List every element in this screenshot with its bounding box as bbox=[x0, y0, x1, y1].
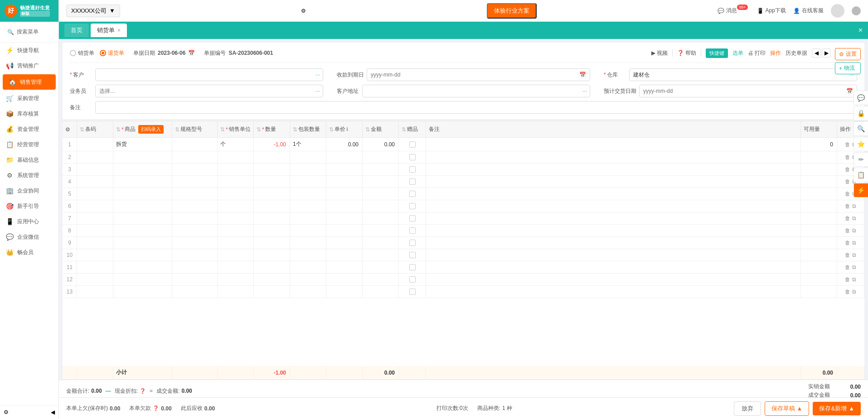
gift-checkbox[interactable] bbox=[409, 154, 416, 160]
sidebar-item-wechat[interactable]: 💬 企业微信 bbox=[0, 229, 58, 245]
float-btn-2[interactable]: 🔒 bbox=[853, 106, 868, 120]
td-barcode-6[interactable] bbox=[77, 212, 113, 224]
td-gift-0[interactable] bbox=[399, 138, 426, 151]
delete-icon[interactable]: 🗑 bbox=[845, 289, 850, 295]
sidebar-item-apps[interactable]: 📱 应用中心 bbox=[0, 214, 58, 229]
td-remark-7[interactable] bbox=[426, 225, 801, 236]
setup-btn[interactable]: ⚙ 设置 bbox=[835, 48, 861, 60]
barcode-input[interactable] bbox=[80, 166, 110, 173]
quick-key-btn[interactable]: 快捷键 bbox=[706, 48, 728, 58]
td-gift-12[interactable] bbox=[399, 286, 426, 298]
td-qty-9[interactable] bbox=[254, 249, 290, 261]
scan-btn[interactable]: 扫码录入 bbox=[138, 125, 164, 134]
float-btn-3[interactable]: 🔍 bbox=[853, 121, 868, 136]
sidebar-item-quick-nav[interactable]: ⚡ 快捷导航 bbox=[0, 43, 58, 58]
delete-icon[interactable]: 🗑 bbox=[845, 215, 850, 222]
td-barcode-2[interactable] bbox=[77, 164, 113, 175]
gear-settings-icon[interactable]: ⚙ bbox=[301, 8, 306, 14]
td-remark-12[interactable] bbox=[426, 286, 801, 298]
customer-addr-input-group[interactable]: ··· bbox=[362, 85, 590, 97]
copy-icon[interactable]: ⧉ bbox=[852, 264, 856, 270]
search-menu-item[interactable]: 🔍 搜索菜单 bbox=[4, 25, 55, 39]
barcode-input[interactable] bbox=[80, 276, 110, 283]
expected-date-input[interactable] bbox=[643, 88, 844, 94]
float-btn-7[interactable]: ⚡ bbox=[853, 183, 868, 197]
delete-icon[interactable]: 🗑 bbox=[845, 264, 850, 270]
td-qty-3[interactable] bbox=[254, 176, 290, 188]
collapse-icon[interactable]: ◀ bbox=[51, 409, 55, 415]
gift-checkbox[interactable] bbox=[409, 166, 416, 173]
td-spec-9[interactable] bbox=[172, 249, 218, 261]
td-product-1[interactable] bbox=[113, 151, 172, 163]
tab-close-icon[interactable]: × bbox=[117, 27, 121, 34]
td-product-12[interactable] bbox=[113, 286, 172, 298]
td-spec-10[interactable] bbox=[172, 261, 218, 273]
td-barcode-11[interactable] bbox=[77, 274, 113, 285]
copy-icon[interactable]: ⧉ bbox=[852, 227, 856, 234]
delete-icon[interactable]: 🗑 bbox=[845, 203, 850, 209]
balance-single-icon[interactable]: ❓ bbox=[153, 405, 159, 411]
sidebar-item-guide[interactable]: 🎯 新手引导 bbox=[0, 198, 58, 214]
td-remark-6[interactable] bbox=[426, 212, 801, 224]
customer-addr-input[interactable] bbox=[366, 88, 586, 94]
save-draft-button[interactable]: 保存草稿 ▲ bbox=[765, 401, 810, 416]
td-barcode-8[interactable] bbox=[77, 237, 113, 249]
td-product-11[interactable] bbox=[113, 274, 172, 285]
warehouse-input-group[interactable]: ··· bbox=[629, 68, 857, 81]
sales-input-group[interactable]: ··· bbox=[95, 85, 323, 97]
td-product-5[interactable] bbox=[113, 200, 172, 212]
gift-checkbox[interactable] bbox=[409, 227, 416, 234]
td-product-4[interactable] bbox=[113, 188, 172, 200]
calendar-icon[interactable]: 📅 bbox=[188, 50, 195, 56]
delete-icon[interactable]: 🗑 bbox=[845, 154, 850, 160]
td-price-2[interactable] bbox=[326, 164, 363, 175]
td-spec-7[interactable] bbox=[172, 225, 218, 236]
choose-btn[interactable]: 选单 bbox=[732, 49, 743, 57]
td-price-9[interactable] bbox=[326, 249, 363, 261]
barcode-input[interactable] bbox=[80, 154, 110, 160]
ops-btn[interactable]: 操作 bbox=[770, 49, 781, 57]
copy-icon[interactable]: ⧉ bbox=[852, 203, 856, 209]
sidebar-item-marketing[interactable]: 📢 营销推广 bbox=[0, 58, 58, 73]
td-gift-3[interactable] bbox=[399, 176, 426, 188]
td-price-6[interactable] bbox=[326, 212, 363, 224]
td-price-1[interactable] bbox=[326, 151, 363, 163]
calendar3-icon[interactable]: 📅 bbox=[846, 88, 853, 94]
td-gift-7[interactable] bbox=[399, 225, 426, 236]
barcode-input[interactable] bbox=[80, 240, 110, 246]
video-btn[interactable]: ▶ 视频 bbox=[651, 49, 668, 57]
td-remark-3[interactable] bbox=[426, 176, 801, 188]
barcode-input[interactable] bbox=[80, 227, 110, 234]
td-spec-1[interactable] bbox=[172, 151, 218, 163]
barcode-input[interactable] bbox=[80, 141, 110, 148]
customer-input[interactable] bbox=[99, 72, 319, 78]
td-barcode-9[interactable] bbox=[77, 249, 113, 261]
gift-checkbox[interactable] bbox=[409, 289, 416, 295]
td-qty-4[interactable] bbox=[254, 188, 290, 200]
barcode-input[interactable] bbox=[80, 191, 110, 197]
addr-dots[interactable]: ··· bbox=[582, 88, 587, 94]
online-service-btn[interactable]: 👤 在线客服 bbox=[793, 7, 824, 14]
help-btn[interactable]: ❓ 帮助 bbox=[677, 49, 696, 57]
td-remark-4[interactable] bbox=[426, 188, 801, 200]
customer-input-group[interactable]: ··· bbox=[95, 68, 323, 81]
customer-dots[interactable]: ··· bbox=[315, 72, 320, 78]
barcode-input[interactable] bbox=[80, 289, 110, 295]
td-barcode-10[interactable] bbox=[77, 261, 113, 273]
td-remark-10[interactable] bbox=[426, 261, 801, 273]
delete-icon[interactable]: 🗑 bbox=[845, 276, 850, 283]
td-gift-6[interactable] bbox=[399, 212, 426, 224]
tab-home[interactable]: 首页 bbox=[64, 24, 89, 37]
copy-icon[interactable]: ⧉ bbox=[852, 252, 856, 258]
copy-icon[interactable]: ⧉ bbox=[852, 240, 856, 246]
settings-icon[interactable]: ⚙ bbox=[4, 409, 9, 415]
delete-icon[interactable]: 🗑 bbox=[845, 191, 850, 197]
td-qty-10[interactable] bbox=[254, 261, 290, 273]
td-spec-4[interactable] bbox=[172, 188, 218, 200]
td-price-11[interactable] bbox=[326, 274, 363, 285]
td-gift-11[interactable] bbox=[399, 274, 426, 285]
td-remark-1[interactable] bbox=[426, 151, 801, 163]
barcode-input[interactable] bbox=[80, 264, 110, 270]
float-btn-4[interactable]: ⭐ bbox=[853, 137, 868, 151]
delete-icon[interactable]: 🗑 bbox=[845, 178, 850, 185]
